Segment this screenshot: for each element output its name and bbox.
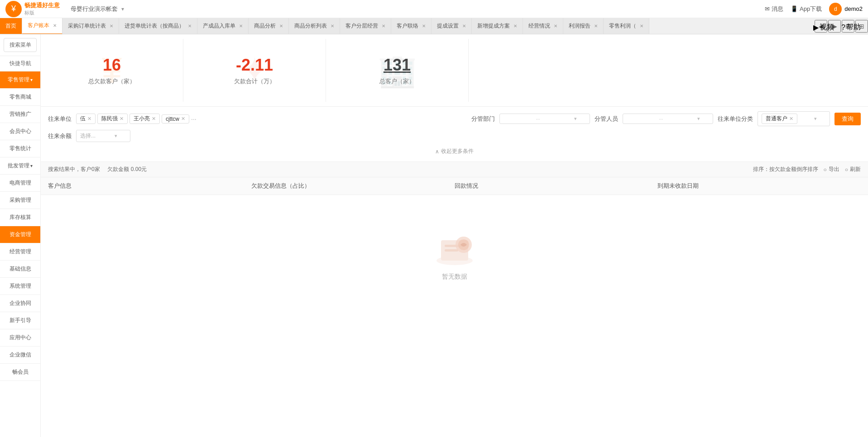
tab-home[interactable]: 首页 — [0, 18, 22, 34]
collapse-label: 收起更多条件 — [441, 147, 474, 155]
tab-ops-situation-label: 经营情况 — [528, 22, 550, 30]
collapse-icon: ∧ — [435, 148, 439, 155]
tab-produce-close[interactable]: ✕ — [239, 24, 243, 28]
results-actions: 排序：按欠款金额倒序排序 ○ 导出 ○ 刷新 — [753, 166, 861, 173]
sidebar-item-ecommerce[interactable]: 电商管理 — [0, 175, 40, 192]
collapse-button[interactable]: ∧ 收起更多条件 — [435, 146, 474, 157]
tab-goods-analysis-list-close[interactable]: ✕ — [331, 24, 334, 28]
tab-goods-analysis-list[interactable]: 商品分析列表 ✕ — [289, 18, 340, 34]
filter-tag-wu-close[interactable]: ✕ — [87, 116, 91, 122]
category-tags: 普通客户 ✕ — [762, 114, 814, 124]
tab-profit-report[interactable]: 利润报告 ✕ — [563, 18, 604, 34]
sidebar-item-system-mgmt[interactable]: 系统管理 — [0, 278, 40, 295]
filter-tag-common-customer[interactable]: 普通客户 ✕ — [762, 114, 797, 124]
tab-customer-tier[interactable]: 客户分层经营 ✕ — [340, 18, 391, 34]
sidebar-item-app-center-label: 应用中心 — [10, 334, 31, 341]
sidebar-item-retail-mgmt[interactable]: 零售管理 ▾ — [0, 71, 40, 89]
sidebar-item-wholesale-mgmt[interactable]: 批发管理 ▾ — [0, 157, 40, 175]
balance-dropdown-arrow: ▾ — [115, 133, 117, 139]
tab-customer-tier-close[interactable]: ✕ — [382, 24, 385, 28]
tab-produce[interactable]: 产成品入库单 ✕ — [197, 18, 249, 34]
filter-tag-wang-close[interactable]: ✕ — [152, 116, 156, 122]
sidebar-item-app-center[interactable]: 应用中心 — [0, 329, 40, 347]
company-filter-label: 往来单位 — [48, 115, 72, 123]
tab-promotion-settings[interactable]: 提成设置 ✕ — [432, 18, 472, 34]
sidebar-item-retail-mall[interactable]: 零售商城 — [0, 89, 40, 106]
filter-tag-wu[interactable]: 伍 ✕ — [76, 114, 96, 124]
app-download-button[interactable]: 📱 App下载 — [791, 5, 822, 13]
results-summary: 搜索结果中，客户0家 欠款金额 0.00元 — [48, 166, 147, 173]
sidebar-item-member-center[interactable]: 会员中心 — [0, 123, 40, 140]
category-dropdown[interactable]: 普通客户 ✕ ▾ — [758, 111, 830, 126]
tab-promotion-settings-close[interactable]: ✕ — [462, 24, 466, 28]
tab-inbound[interactable]: 进货单统计表（按商品） ✕ — [119, 18, 197, 34]
sidebar-item-basic-info[interactable]: 基础信息 — [0, 261, 40, 278]
filter-tag-common-customer-close[interactable]: ✕ — [789, 116, 793, 122]
refresh-icon: ○ — [845, 166, 848, 173]
filter-tag-cjttcw-close[interactable]: ✕ — [181, 116, 185, 122]
sidebar-item-enterprise-wechat-label: 企业微信 — [10, 352, 31, 358]
tab-customer-tier-label: 客户分层经营 — [345, 22, 378, 30]
topbar-left: ¥ 畅捷通好生意 标版 母婴行业演示帐套 ▾ — [5, 1, 124, 17]
filter-tag-wang[interactable]: 王小亮 ✕ — [129, 114, 160, 124]
tab-customer-contact[interactable]: 客户联络 ✕ — [391, 18, 432, 34]
col-header-debt: 欠款交易信息（占比） — [251, 182, 455, 190]
sidebar-item-retail-stats[interactable]: 零售统计 — [0, 140, 40, 157]
tab-purchase-orders-close[interactable]: ✕ — [110, 24, 113, 28]
sidebar-item-ops-mgmt[interactable]: 经营管理 — [0, 243, 40, 261]
sidebar-item-marketing-label: 营销推广 — [10, 111, 31, 117]
tab-accounts-label: 客户账本 — [28, 22, 49, 29]
empty-text: 暂无数据 — [442, 273, 467, 281]
stats-spacer — [469, 39, 868, 102]
filter-more-tags[interactable]: ··· — [191, 115, 197, 123]
table-header: 客户信息 欠款交易信息（占比） 回款情况 到期未收款日期 — [41, 177, 868, 195]
user-area[interactable]: d demo2 — [829, 3, 863, 15]
tab-ops-situation[interactable]: 经营情况 ✕ — [523, 18, 563, 34]
refresh-button[interactable]: ○ 刷新 — [845, 166, 861, 173]
tab-customer-contact-close[interactable]: ✕ — [422, 24, 426, 28]
person-dropdown[interactable]: ··· ▾ — [623, 114, 713, 124]
sidebar-item-enterprise-coop[interactable]: 企业协同 — [0, 295, 40, 312]
tab-inbound-close[interactable]: ✕ — [188, 24, 192, 28]
sidebar-item-inventory[interactable]: 库存核算 — [0, 209, 40, 226]
sidebar-item-vip-member[interactable]: 畅会员 — [0, 364, 40, 381]
sidebar-item-enterprise-wechat[interactable]: 企业微信 — [0, 347, 40, 364]
stat-bg-icon-clients: 🏢 — [378, 52, 417, 89]
dept-dropdown[interactable]: ··· ▾ — [499, 114, 590, 124]
logo-area: ¥ 畅捷通好生意 标版 — [5, 1, 60, 17]
tab-new-promotion[interactable]: 新增提成方案 ✕ — [472, 18, 523, 34]
tab-retail-profit[interactable]: 零售利润（ ✕ — [604, 18, 649, 34]
sidebar-item-marketing[interactable]: 营销推广 — [0, 106, 40, 123]
sidebar-search-area: 搜索菜单 — [0, 34, 40, 56]
sidebar-item-new-guide[interactable]: 新手引导 — [0, 312, 40, 329]
tab-ops-situation-close[interactable]: ✕ — [554, 24, 557, 28]
tab-purchase-orders[interactable]: 采购订单统计表 ✕ — [62, 18, 119, 34]
sidebar-item-retail-mgmt-arrow: ▾ — [30, 77, 33, 82]
stat-total-debt: ✦ -2.11 欠款合计（万） — [183, 39, 326, 102]
filter-tag-cjttcw[interactable]: cjttcw ✕ — [162, 114, 189, 124]
tab-goods-analysis[interactable]: 商品分析 ✕ — [249, 18, 289, 34]
username: demo2 — [844, 5, 863, 12]
workspace-dropdown-icon[interactable]: ▾ — [121, 6, 124, 12]
tab-profit-report-close[interactable]: ✕ — [594, 24, 598, 28]
tab-accounts-close[interactable]: ✕ — [53, 23, 57, 28]
search-menu-button[interactable]: 搜索菜单 — [4, 38, 37, 52]
balance-dropdown[interactable]: 选择... ▾ — [76, 130, 130, 142]
avatar: d — [829, 3, 842, 15]
query-button[interactable]: 查询 — [834, 113, 861, 125]
tab-new-promotion-close[interactable]: ✕ — [513, 24, 517, 28]
filter-tag-chen[interactable]: 陈民强 ✕ — [97, 114, 128, 124]
message-button[interactable]: ✉ 消息 — [765, 5, 783, 13]
sidebar-item-capital-mgmt[interactable]: 资金管理 — [0, 226, 40, 243]
sidebar-item-purchase-mgmt[interactable]: 采购管理 — [0, 192, 40, 209]
balance-filter-label: 往来余额 — [48, 132, 72, 140]
tab-accounts[interactable]: 客户账本 ✕ — [22, 18, 62, 34]
dept-dropdown-arrow: ▾ — [574, 116, 577, 122]
sidebar-quick-nav[interactable]: 快捷导航 — [0, 56, 40, 71]
sort-label[interactable]: 排序：按欠款金额倒序排序 — [753, 166, 818, 173]
filter-tag-chen-close[interactable]: ✕ — [120, 116, 124, 122]
tab-retail-profit-close[interactable]: ✕ — [640, 24, 643, 28]
tab-goods-analysis-close[interactable]: ✕ — [279, 24, 283, 28]
export-button[interactable]: ○ 导出 — [824, 166, 839, 173]
content-area: ▶ 视频 ? 帮助 ¥ 16 总欠款客户（家） ✦ -2.11 欠款合计（万） — [41, 34, 868, 437]
